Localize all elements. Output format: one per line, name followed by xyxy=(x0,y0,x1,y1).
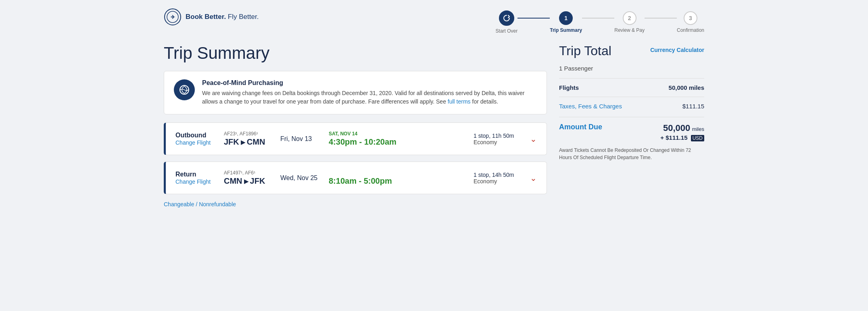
svg-text:✈: ✈ xyxy=(171,14,175,20)
trip-total-title: Trip Total xyxy=(559,44,611,58)
step-label-trip-summary: Trip Summary xyxy=(550,27,582,33)
info-banner: Peace-of-Mind Purchasing We are waiving … xyxy=(164,71,547,114)
page-title: Trip Summary xyxy=(164,44,547,63)
outbound-stops: 1 stop, 11h 50m xyxy=(474,133,530,139)
return-cabin: Economy xyxy=(474,178,530,185)
amount-due-row: Amount Due 50,000 miles + $111.15 USD Aw… xyxy=(559,117,704,161)
taxes-price-row: Taxes, Fees & Charges $111.15 xyxy=(559,97,704,115)
step-confirmation[interactable]: 3 Confirmation xyxy=(677,11,704,33)
main-content: Trip Summary Peace-of-Mind Purchasing We… xyxy=(164,44,704,208)
info-banner-body: We are waiving change fees on Delta book… xyxy=(202,89,537,106)
outbound-flight-numbers: AF23¹, AF1896¹ xyxy=(224,131,280,137)
return-route-arrow: ▶ xyxy=(244,178,248,185)
step-circle-review-pay: 2 xyxy=(623,11,636,25)
flights-price-row: Flights 50,000 miles xyxy=(559,78,704,97)
return-chevron-icon[interactable]: ⌄ xyxy=(530,173,537,183)
step-label-review-pay: Review & Pay xyxy=(614,27,645,33)
outbound-time: SAT, NOV 14 4:30pm - 10:20am xyxy=(329,131,474,147)
connector-3 xyxy=(645,18,677,19)
trip-total-panel: Trip Total Currency Calculator 1 Passeng… xyxy=(559,44,704,161)
step-label-start-over: Start Over xyxy=(496,28,518,34)
taxes-value: $111.15 xyxy=(682,103,704,110)
step-label-confirmation: Confirmation xyxy=(677,27,704,33)
header: ✈ Book Better. Fly Better. Start Over xyxy=(164,8,704,34)
return-duration: 1 stop, 14h 50m Economy xyxy=(474,172,530,185)
step-review-pay[interactable]: 2 Review & Pay xyxy=(614,11,645,33)
amount-due-flex: Amount Due 50,000 miles + $111.15 USD xyxy=(559,123,704,141)
currency-calculator-link[interactable]: Currency Calculator xyxy=(650,44,704,53)
outbound-change-flight-link[interactable]: Change Flight xyxy=(175,139,211,146)
outbound-flight-card: Outbound Change Flight AF23¹, AF1896¹ JF… xyxy=(164,122,547,155)
amount-due-usd-line: + $111.15 USD xyxy=(660,134,704,141)
return-direction: Return xyxy=(175,171,224,178)
left-panel: Trip Summary Peace-of-Mind Purchasing We… xyxy=(164,44,547,208)
passenger-count: 1 Passenger xyxy=(559,65,704,72)
outbound-cabin: Economy xyxy=(474,139,530,145)
step-circle-confirmation: 3 xyxy=(684,11,697,25)
step-circle-start-over xyxy=(499,10,514,26)
info-banner-text: Peace-of-Mind Purchasing We are waiving … xyxy=(202,79,537,106)
logo-text: Book Better. Fly Better. xyxy=(186,13,259,21)
amount-due-miles-unit: miles xyxy=(692,126,704,132)
outbound-direction: Outbound xyxy=(175,132,224,139)
connector-2 xyxy=(582,18,614,19)
step-start-over[interactable]: Start Over xyxy=(496,10,518,34)
return-time: 8:10am - 5:00pm xyxy=(329,170,474,186)
progress-bar: Start Over 1 Trip Summary 2 Review & Pay xyxy=(496,8,704,34)
full-terms-link[interactable]: full terms xyxy=(448,98,471,105)
amount-due-label: Amount Due xyxy=(559,123,602,131)
return-date: Wed, Nov 25 xyxy=(280,174,329,182)
outbound-route: AF23¹, AF1896¹ JFK ▶ CMN xyxy=(224,131,280,147)
return-flight-card: Return Change Flight AF1497¹, AF6¹ CMN ▶… xyxy=(164,162,547,194)
trip-total-header: Trip Total Currency Calculator xyxy=(559,44,704,60)
logo-icon: ✈ xyxy=(164,8,182,26)
peace-of-mind-icon xyxy=(174,79,195,100)
logo: ✈ Book Better. Fly Better. xyxy=(164,8,259,26)
outbound-route-text: JFK ▶ CMN xyxy=(224,137,280,147)
amount-due-miles-line: 50,000 miles xyxy=(660,123,704,133)
return-stops: 1 stop, 14h 50m xyxy=(474,172,530,178)
return-route: AF1497¹, AF6¹ CMN ▶ JFK xyxy=(224,170,280,186)
amount-due-miles: 50,000 xyxy=(663,123,690,133)
outbound-label: Outbound Change Flight xyxy=(175,132,224,146)
outbound-duration: 1 stop, 11h 50m Economy xyxy=(474,133,530,145)
return-arrival-day-placeholder xyxy=(329,170,474,176)
outbound-date: Fri, Nov 13 xyxy=(280,135,329,143)
step-trip-summary[interactable]: 1 Trip Summary xyxy=(550,11,582,33)
step-circle-trip-summary: 1 xyxy=(559,11,573,25)
route-arrow: ▶ xyxy=(241,139,245,145)
flights-value: 50,000 miles xyxy=(669,84,704,91)
taxes-label: Taxes, Fees & Charges xyxy=(559,103,622,110)
flights-label: Flights xyxy=(559,84,579,91)
amount-due-usd: + $111.15 xyxy=(660,134,687,141)
connector-1 xyxy=(517,18,550,19)
return-route-text: CMN ▶ JFK xyxy=(224,176,280,186)
outbound-arrival-day: SAT, NOV 14 xyxy=(329,131,474,137)
footer-note: Changeable / Nonrefundable xyxy=(164,201,547,208)
return-change-flight-link[interactable]: Change Flight xyxy=(175,178,211,185)
amount-due-currency: USD xyxy=(691,135,704,141)
outbound-chevron-icon[interactable]: ⌄ xyxy=(530,134,537,144)
disclaimer-text: Award Tickets Cannot Be Redeposited Or C… xyxy=(559,147,704,161)
return-flight-numbers: AF1497¹, AF6¹ xyxy=(224,170,280,176)
info-banner-title: Peace-of-Mind Purchasing xyxy=(202,79,537,87)
amount-due-values: 50,000 miles + $111.15 USD xyxy=(660,123,704,141)
changeable-nonrefundable-link[interactable]: Changeable / Nonrefundable xyxy=(164,201,236,207)
return-label: Return Change Flight xyxy=(175,171,224,185)
